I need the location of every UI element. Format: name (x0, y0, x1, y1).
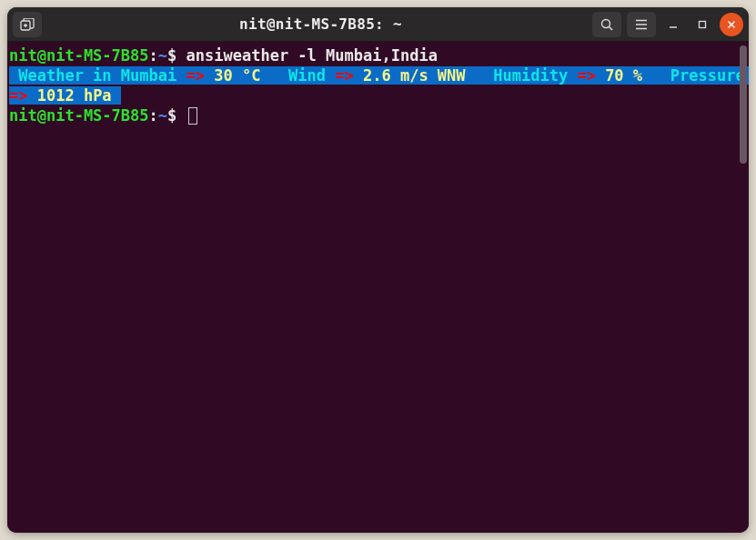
arrow: => (577, 66, 605, 85)
close-button[interactable] (720, 13, 743, 36)
titlebar-left (13, 12, 49, 37)
terminal-body[interactable]: nit@nit-MS-7B85:~$ ansiweather -l Mumbai… (7, 42, 749, 533)
minimize-button[interactable] (661, 13, 685, 36)
svg-point-3 (602, 19, 610, 27)
arrow: => (186, 66, 214, 85)
svg-line-4 (610, 26, 613, 30)
prompt-symbol: $ (167, 46, 176, 65)
output-line-2: => 1012 hPa (9, 85, 741, 105)
search-button[interactable] (592, 12, 621, 37)
maximize-button[interactable] (690, 13, 714, 36)
new-tab-button[interactable] (13, 12, 42, 37)
command-text: ansiweather -l Mumbai,India (186, 46, 438, 65)
svg-rect-9 (700, 21, 706, 27)
titlebar-right (592, 12, 743, 37)
temp-value: 30 °C (214, 66, 269, 85)
window-title: nit@nit-MS-7B85: ~ (49, 15, 592, 33)
terminal-window: nit@nit-MS-7B85: ~ (7, 7, 749, 533)
arrow: => (9, 86, 37, 105)
wind-value: 2.6 m/s WNW (363, 66, 475, 85)
cwd: ~ (158, 46, 167, 65)
humidity-label: Humidity (475, 66, 578, 85)
prompt-line-2: nit@nit-MS-7B85:~$ (9, 105, 741, 125)
humidity-value: 70 % (605, 66, 651, 85)
pressure-value: 1012 hPa (37, 86, 121, 105)
minimize-icon (669, 20, 678, 29)
user-host: nit@nit-MS-7B85 (9, 106, 149, 125)
search-icon (600, 18, 613, 31)
separator: : (149, 106, 158, 125)
weather-label: Weather in Mumbai (9, 66, 186, 85)
menu-button[interactable] (627, 12, 656, 37)
cwd: ~ (158, 106, 167, 125)
separator: : (149, 46, 158, 65)
pressure-label: Pressure (651, 66, 749, 85)
cursor (188, 107, 197, 125)
hamburger-icon (635, 19, 648, 30)
wind-label: Wind (270, 66, 336, 85)
close-icon (727, 20, 736, 29)
prompt-line-1: nit@nit-MS-7B85:~$ ansiweather -l Mumbai… (9, 45, 741, 65)
titlebar: nit@nit-MS-7B85: ~ (7, 7, 749, 42)
scrollbar[interactable] (740, 45, 747, 164)
maximize-icon (698, 20, 707, 29)
prompt-symbol: $ (167, 106, 176, 125)
terminal-content: nit@nit-MS-7B85:~$ ansiweather -l Mumbai… (7, 45, 741, 125)
output-line: Weather in Mumbai => 30 °C Wind => 2.6 m… (9, 65, 741, 85)
new-tab-icon (20, 18, 35, 31)
arrow: => (335, 66, 363, 85)
user-host: nit@nit-MS-7B85 (9, 46, 149, 65)
